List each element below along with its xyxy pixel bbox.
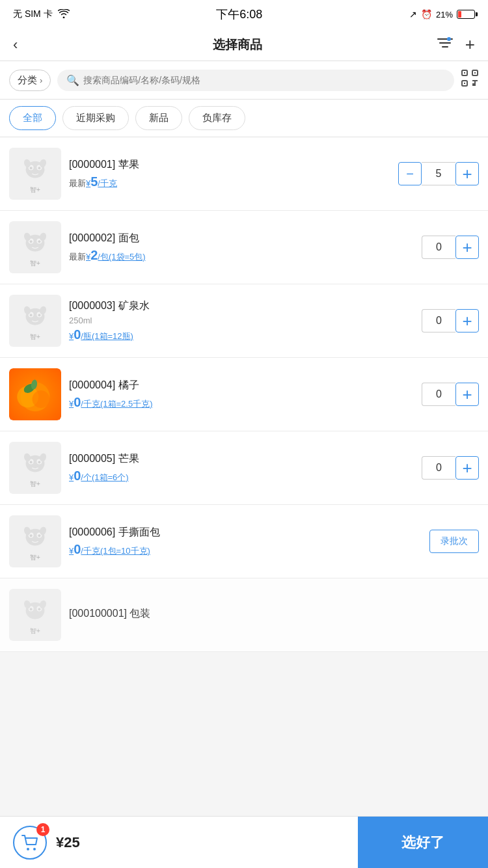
svg-point-56 [30, 608, 33, 610]
svg-point-36 [33, 390, 50, 408]
bottom-bar: 1 ¥25 选好了 [0, 816, 488, 868]
nav-bar: ‹ 选择商品 + [0, 29, 488, 61]
svg-point-50 [38, 534, 40, 537]
category-button[interactable]: 分类 › [9, 70, 51, 91]
increment-button[interactable]: + [455, 456, 479, 480]
list-item: 智+ [0000006] 手撕面包 ¥ 0 /千克(1包=10千克) 录批次 [0, 505, 488, 578]
tab-bar: 全部 近期采购 新品 负库存 [0, 100, 488, 137]
increment-button[interactable]: + [455, 309, 479, 332]
nav-actions: + [437, 34, 475, 55]
search-icon: 🔍 [66, 74, 79, 87]
alarm-icon: ⏰ [421, 9, 432, 20]
quantity-input[interactable] [422, 309, 455, 332]
tab-recent[interactable]: 近期采购 [62, 106, 129, 130]
cart-section: 1 ¥25 [0, 826, 358, 860]
svg-point-61 [33, 848, 36, 850]
product-info: [0000004] 橘子 ¥ 0 /千克(1箱=2.5千克) [69, 379, 414, 410]
product-name: [0000004] 橘子 [69, 379, 414, 392]
location-icon: ↗ [409, 9, 417, 20]
product-image: 智+ [9, 221, 61, 273]
scan-icon[interactable] [461, 69, 479, 91]
quantity-input[interactable] [422, 236, 455, 259]
product-list: 智+ [0000001] 苹果 最新 ¥ 5 /千克 − + [0, 137, 488, 704]
status-time: 下午6:08 [216, 7, 262, 22]
product-name: [0000006] 手撕面包 [69, 526, 422, 539]
product-info: [0000001] 苹果 最新 ¥ 5 /千克 [69, 158, 390, 189]
decrement-button[interactable]: − [398, 162, 422, 185]
product-image: 智+ [9, 515, 61, 567]
price-unit: /瓶(1箱=12瓶) [81, 331, 133, 342]
quantity-input[interactable] [422, 456, 455, 480]
price-value: 0 [74, 468, 81, 483]
product-image [9, 368, 61, 420]
status-left: 无 SIM 卡 [13, 8, 70, 20]
product-info: [0000006] 手撕面包 ¥ 0 /千克(1包=10千克) [69, 526, 422, 557]
price-value: 5 [90, 174, 98, 189]
price-currency: ¥ [86, 252, 90, 262]
page-title: 选择商品 [213, 36, 262, 53]
list-item: 智+ [0000001] 苹果 最新 ¥ 5 /千克 − + [0, 137, 488, 211]
svg-point-42 [30, 461, 33, 463]
product-info: [0000003] 矿泉水 250ml ¥ 0 /瓶(1箱=12瓶) [69, 299, 414, 342]
product-name: [0000001] 苹果 [69, 158, 390, 172]
back-button[interactable]: ‹ [13, 36, 39, 53]
cart-badge: 1 [36, 823, 49, 836]
tab-new[interactable]: 新品 [135, 106, 182, 130]
list-item: 智+ [0000002] 面包 最新 ¥ 2 /包(1袋=5包) + [0, 211, 488, 284]
increment-button[interactable]: + [455, 162, 479, 185]
battery-icon [457, 10, 475, 19]
svg-point-24 [38, 240, 40, 243]
product-name: [0000002] 面包 [69, 232, 414, 245]
increment-button[interactable]: + [455, 236, 479, 259]
price-currency: ¥ [69, 399, 74, 409]
product-price-row: 最新 ¥ 2 /包(1袋=5包) [69, 248, 414, 263]
svg-rect-8 [474, 72, 476, 74]
tab-negative[interactable]: 负库存 [189, 106, 245, 130]
product-image: 智+ [9, 148, 61, 200]
price-unit: /千克(1包=10千克) [81, 545, 150, 557]
price-currency: ¥ [69, 472, 74, 482]
price-unit: /千克(1箱=2.5千克) [81, 398, 152, 410]
add-icon[interactable]: + [465, 34, 475, 55]
price-unit: /个(1箱=6个) [81, 472, 128, 483]
list-item: [0000004] 橘子 ¥ 0 /千克(1箱=2.5千克) + [0, 358, 488, 431]
product-price-row: ¥ 0 /瓶(1箱=12瓶) [69, 327, 414, 342]
product-info: [000100001] 包装 [69, 607, 479, 623]
price-value: 0 [74, 395, 81, 410]
quantity-input[interactable] [422, 162, 455, 185]
svg-point-23 [30, 240, 33, 243]
svg-point-17 [38, 167, 40, 169]
batch-button[interactable]: 录批次 [429, 530, 479, 553]
search-input[interactable] [83, 75, 445, 85]
status-right: ↗ ⏰ 21% [409, 9, 475, 20]
product-name: [000100001] 包装 [69, 607, 479, 621]
tab-all[interactable]: 全部 [9, 106, 56, 130]
product-info: [0000002] 面包 最新 ¥ 2 /包(1袋=5包) [69, 232, 414, 263]
confirm-button[interactable]: 选好了 [358, 817, 488, 869]
search-bar: 分类 › 🔍 [0, 61, 488, 100]
price-label: 最新 [69, 251, 86, 263]
product-price-row: 最新 ¥ 5 /千克 [69, 174, 390, 189]
increment-button[interactable]: + [455, 383, 479, 406]
cart-icon[interactable]: 1 [13, 826, 47, 860]
category-arrow: › [40, 75, 42, 85]
product-info: [0000005] 芒果 ¥ 0 /个(1箱=6个) [69, 452, 414, 483]
cart-total: ¥25 [56, 834, 80, 851]
price-value: 0 [74, 542, 81, 557]
price-label: 最新 [69, 178, 86, 189]
price-value: 0 [74, 327, 81, 342]
filter-icon[interactable] [437, 36, 454, 54]
wifi-icon [58, 9, 70, 20]
price-value: 2 [90, 248, 98, 263]
svg-point-3 [447, 37, 451, 41]
svg-point-31 [38, 314, 40, 316]
price-unit: /千克 [98, 178, 117, 189]
product-spec: 250ml [69, 316, 414, 325]
search-wrapper: 🔍 [57, 70, 454, 91]
no-sim-text: 无 SIM 卡 [13, 8, 53, 20]
svg-point-57 [38, 608, 40, 610]
status-bar: 无 SIM 卡 下午6:08 ↗ ⏰ 21% [0, 0, 488, 29]
quantity-input[interactable] [422, 383, 455, 406]
list-item: 智+ [0000003] 矿泉水 250ml ¥ 0 /瓶(1箱=12瓶) + [0, 284, 488, 358]
price-currency: ¥ [86, 178, 90, 188]
